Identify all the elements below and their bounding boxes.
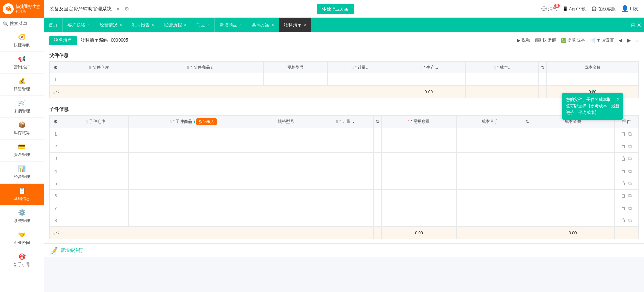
child-unit-cell-1[interactable]	[315, 140, 373, 153]
child-spec-cell-6[interactable]	[257, 202, 315, 214]
child-unit-cell-0[interactable]	[315, 128, 373, 140]
extract-cost-button[interactable]: 💹 提取成本	[561, 37, 585, 43]
sidebar-item-quick-nav[interactable]: 🧭 快捷导航	[0, 30, 44, 52]
child-cost-amount-cell-1[interactable]	[531, 140, 614, 153]
child-product-cell-2[interactable]	[128, 153, 257, 165]
child-quantity-cell-5[interactable]	[382, 190, 457, 202]
delete-icon-2[interactable]: 🗑	[621, 156, 626, 161]
tab-operations-history[interactable]: 经营历程 ×	[159, 18, 191, 32]
tab-close-profit[interactable]: ×	[152, 23, 154, 27]
delete-icon-7[interactable]: 🗑	[621, 218, 626, 223]
sidebar-item-operations[interactable]: 📊 经营管理	[0, 162, 44, 184]
child-quantity-cell-3[interactable]	[382, 165, 457, 177]
child-product-cell-3[interactable]	[128, 165, 257, 177]
sidebar-item-finance[interactable]: 💳 资金管理	[0, 140, 44, 162]
child-unit-cell-5[interactable]	[315, 190, 373, 202]
child-spec-cell-4[interactable]	[257, 177, 315, 190]
tab-close-bom[interactable]: ×	[304, 23, 306, 27]
sidebar-item-marketing[interactable]: 📢 营销推广	[0, 52, 44, 74]
tab-close-barcode[interactable]: ×	[272, 23, 274, 27]
child-warehouse-cell-4[interactable]	[62, 177, 129, 190]
child-spec-cell-0[interactable]	[257, 128, 315, 140]
child-warehouse-cell-6[interactable]	[62, 202, 129, 214]
tab-close-operations-history[interactable]: ×	[184, 23, 186, 27]
nav-prev-icon[interactable]: ◀	[619, 38, 622, 43]
app-download-button[interactable]: 📱 App下载	[562, 6, 586, 12]
child-quantity-cell-2[interactable]	[382, 153, 457, 165]
tab-customer[interactable]: 客户联络 ×	[63, 18, 95, 32]
parent-gear-icon[interactable]: ⚙	[54, 65, 58, 70]
sidebar-search[interactable]: 🔍 搜索菜单	[0, 18, 44, 30]
child-unit-cell-7[interactable]	[315, 214, 373, 227]
child-cost-amount-cell-2[interactable]	[531, 153, 614, 165]
child-unit-price-cell-0[interactable]	[457, 128, 523, 140]
parent-cost-cell[interactable]	[466, 73, 539, 86]
delete-icon-5[interactable]: 🗑	[621, 193, 626, 198]
child-cost-amount-cell-4[interactable]	[531, 177, 614, 190]
tab-close-operations-status[interactable]: ×	[120, 23, 122, 27]
sub-tab-bom-list[interactable]: 物料清单	[49, 36, 77, 45]
child-unit-cell-2[interactable]	[315, 153, 373, 165]
parent-production-cell[interactable]	[392, 73, 465, 86]
sidebar-item-sales[interactable]: 💰 销售管理	[0, 74, 44, 96]
child-cost-amount-cell-5[interactable]	[531, 190, 614, 202]
tab-operations-status[interactable]: 经营情况 ×	[95, 18, 127, 32]
child-unit-price-cell-2[interactable]	[457, 153, 523, 165]
child-unit-price-cell-6[interactable]	[457, 202, 523, 214]
child-cost-amount-cell-3[interactable]	[531, 165, 614, 177]
copy-icon-1[interactable]: ⧉	[628, 143, 632, 149]
child-warehouse-cell-5[interactable]	[62, 190, 129, 202]
child-product-cell-6[interactable]	[128, 202, 257, 214]
child-product-help-icon[interactable]: ℹ	[194, 119, 195, 124]
child-warehouse-cell-2[interactable]	[62, 153, 129, 165]
delete-icon-4[interactable]: 🗑	[621, 180, 626, 186]
tab-expand-icon[interactable]: ⊟	[631, 22, 635, 28]
delete-icon-3[interactable]: 🗑	[621, 168, 626, 174]
parent-product-cell[interactable]	[135, 73, 264, 86]
trial-button[interactable]: 体验行业方案	[317, 4, 354, 14]
child-unit-price-cell-7[interactable]	[457, 214, 523, 227]
tab-profit[interactable]: 利润报告 ×	[127, 18, 159, 32]
delete-icon-0[interactable]: 🗑	[621, 131, 626, 137]
child-gear-icon[interactable]: ⚙	[54, 119, 58, 124]
child-unit-cell-6[interactable]	[315, 202, 373, 214]
messages-button[interactable]: 💬 6 消息	[541, 6, 557, 12]
single-setting-button[interactable]: 📄 单据设置	[590, 37, 614, 43]
child-spec-cell-5[interactable]	[257, 190, 315, 202]
child-unit-price-cell-4[interactable]	[457, 177, 523, 190]
parent-spec-cell[interactable]	[264, 73, 328, 86]
tab-add-product[interactable]: 新增商品 ×	[215, 18, 247, 32]
tab-home[interactable]: 首页	[44, 18, 63, 32]
child-cost-amount-cell-7[interactable]	[531, 214, 614, 227]
add-note-icon[interactable]: 📝	[49, 246, 58, 255]
copy-icon-4[interactable]: ⧉	[628, 180, 632, 186]
sidebar-item-basic-info[interactable]: 📋 基础信息	[0, 184, 44, 206]
child-warehouse-cell-0[interactable]	[62, 128, 129, 140]
sidebar-item-enterprise[interactable]: 🤝 企业协同	[0, 227, 44, 249]
delete-icon-1[interactable]: 🗑	[621, 143, 626, 149]
child-quantity-cell-4[interactable]	[382, 177, 457, 190]
child-warehouse-cell-1[interactable]	[62, 140, 129, 153]
online-service-button[interactable]: 🎧 在线客服	[591, 6, 616, 12]
copy-icon-3[interactable]: ⧉	[628, 168, 632, 174]
tab-barcode[interactable]: 条码方案 ×	[247, 18, 279, 32]
child-product-cell-4[interactable]	[128, 177, 257, 190]
child-unit-cell-4[interactable]	[315, 177, 373, 190]
child-unit-price-cell-5[interactable]	[457, 190, 523, 202]
copy-icon-0[interactable]: ⧉	[628, 131, 632, 137]
tab-bom[interactable]: 物料清单 ×	[279, 18, 311, 32]
sidebar-item-guide[interactable]: 🎯 新手引导	[0, 249, 44, 271]
child-unit-cell-3[interactable]	[315, 165, 373, 177]
sidebar-item-system[interactable]: ⚙️ 系统管理	[0, 206, 44, 227]
nav-next-icon[interactable]: ▶	[627, 38, 631, 43]
copy-icon-7[interactable]: ⧉	[628, 218, 632, 223]
child-spec-cell-2[interactable]	[257, 153, 315, 165]
child-quantity-cell-6[interactable]	[382, 202, 457, 214]
child-warehouse-cell-3[interactable]	[62, 165, 129, 177]
add-note-label[interactable]: 新增备注行	[61, 247, 83, 254]
settings-icon[interactable]: ⚙	[124, 5, 129, 12]
video-button[interactable]: ▶ 视频	[517, 37, 530, 43]
parent-cost-amount-cell[interactable]	[547, 73, 639, 86]
child-product-cell-7[interactable]	[128, 214, 257, 227]
delete-icon-6[interactable]: 🗑	[621, 205, 626, 211]
